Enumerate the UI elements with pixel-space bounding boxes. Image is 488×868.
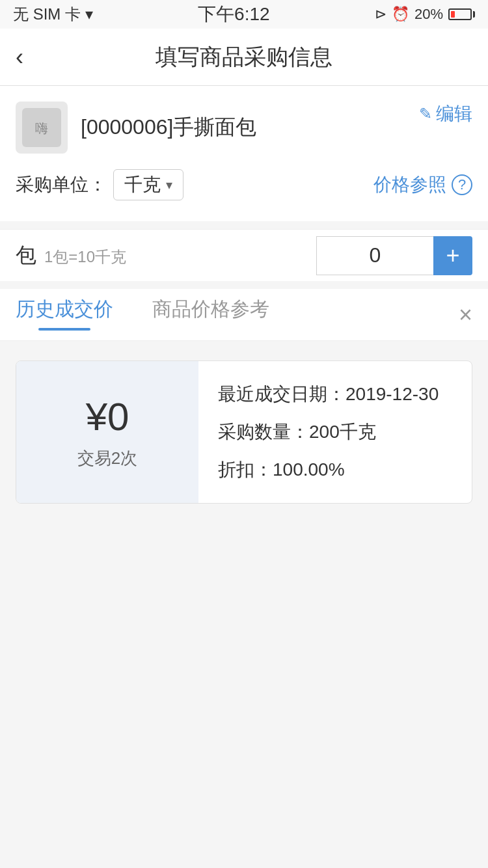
quantity-conversion: 1包=10千克	[44, 247, 126, 267]
content-area: ¥0 交易2次 最近成交日期：2019-12-30 采购数量：200千克 折扣：…	[0, 341, 488, 731]
latest-date-value: 2019-12-30	[346, 384, 439, 404]
help-icon: ?	[452, 174, 472, 195]
edit-icon: ✎	[419, 105, 432, 123]
tab-product-price-label: 商品价格参考	[152, 296, 269, 328]
purchase-quantity-row: 采购数量：200千克	[218, 418, 452, 446]
svg-text:嗨: 嗨	[35, 121, 48, 135]
tab-product-price-ref[interactable]: 商品价格参考	[152, 296, 269, 333]
price-reference-button[interactable]: 价格参照 ?	[373, 172, 472, 197]
price-amount: ¥0	[86, 394, 129, 439]
battery-percent: 20%	[414, 6, 443, 23]
unit-selector-group: 采购单位： 千克 ▾	[16, 169, 183, 200]
price-card: ¥0 交易2次 最近成交日期：2019-12-30 采购数量：200千克 折扣：…	[16, 360, 472, 504]
dropdown-arrow-icon: ▾	[166, 177, 172, 193]
status-bar: 无 SIM 卡 ▾ 下午6:12 ⊳ ⏰ 20%	[0, 0, 488, 29]
tab-historical-underline	[38, 328, 90, 331]
tab-close-button[interactable]: ×	[459, 301, 472, 329]
status-right: ⊳ ⏰ 20%	[375, 6, 475, 23]
status-time: 下午6:12	[198, 2, 270, 27]
quantity-unit: 包	[16, 241, 36, 270]
product-name: [0000006]手撕面包	[81, 113, 256, 142]
product-card: 嗨 [0000006]手撕面包 ✎ 编辑 采购单位： 千克 ▾ 价格参照 ?	[0, 86, 488, 221]
discount-row: 折扣：100.00%	[218, 456, 452, 483]
page-title: 填写商品采购信息	[156, 42, 332, 72]
tab-bar: 历史成交价 商品价格参考 ×	[0, 289, 488, 341]
quantity-input-group: 0 +	[316, 236, 472, 275]
quantity-label: 包 1包=10千克	[16, 241, 126, 270]
price-summary: ¥0 交易2次	[16, 361, 198, 503]
unit-label: 采购单位：	[16, 172, 107, 197]
tab-list: 历史成交价 商品价格参考	[16, 296, 269, 333]
purchase-quantity-value: 200千克	[309, 422, 376, 442]
location-icon: ⊳	[375, 6, 386, 23]
back-button[interactable]: ‹	[16, 44, 23, 71]
latest-date-row: 最近成交日期：2019-12-30	[218, 381, 452, 408]
edit-label: 编辑	[436, 102, 472, 126]
currency-symbol: ¥	[86, 395, 107, 439]
price-details: 最近成交日期：2019-12-30 采购数量：200千克 折扣：100.00%	[198, 361, 472, 503]
battery-icon	[448, 8, 475, 20]
quantity-row: 包 1包=10千克 0 +	[0, 229, 488, 281]
discount-label: 折扣：	[218, 459, 273, 480]
price-value: 0	[107, 395, 129, 439]
product-info: 嗨 [0000006]手撕面包	[16, 102, 256, 154]
sim-wifi-label: 无 SIM 卡 ▾	[13, 4, 93, 25]
product-header: 嗨 [0000006]手撕面包 ✎ 编辑	[16, 102, 472, 154]
quantity-plus-button[interactable]: +	[433, 236, 472, 275]
tab-historical-label: 历史成交价	[16, 296, 113, 328]
edit-button[interactable]: ✎ 编辑	[419, 102, 472, 126]
tab-historical-price[interactable]: 历史成交价	[16, 296, 113, 333]
trade-count: 交易2次	[77, 447, 137, 470]
status-left: 无 SIM 卡 ▾	[13, 4, 93, 25]
purchase-quantity-label: 采购数量：	[218, 422, 309, 442]
unit-value: 千克	[124, 172, 161, 197]
alarm-icon: ⏰	[392, 6, 409, 23]
nav-bar: ‹ 填写商品采购信息	[0, 29, 488, 86]
product-thumbnail: 嗨	[16, 102, 68, 154]
unit-select[interactable]: 千克 ▾	[113, 169, 183, 200]
latest-date-label: 最近成交日期：	[218, 384, 346, 404]
tab-product-price-underline	[185, 328, 237, 331]
quantity-input[interactable]: 0	[316, 236, 433, 275]
discount-value: 100.00%	[273, 459, 345, 480]
product-unit-row: 采购单位： 千克 ▾ 价格参照 ?	[16, 169, 472, 200]
price-ref-label: 价格参照	[373, 172, 446, 197]
